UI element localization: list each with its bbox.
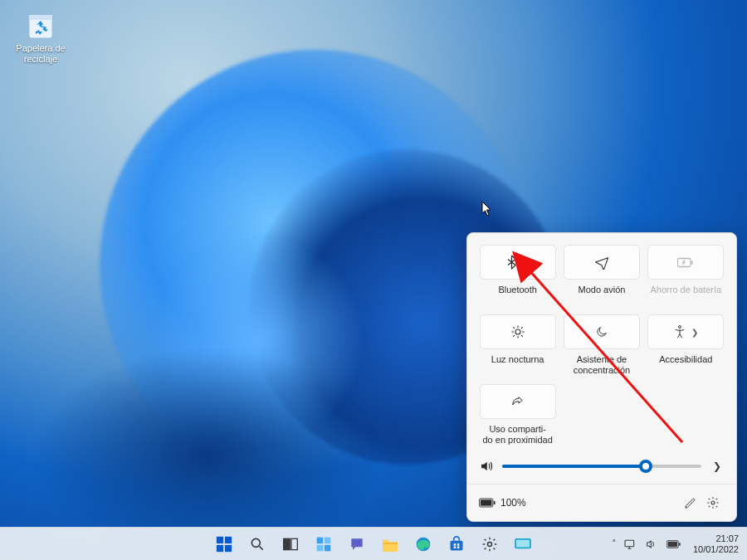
quick-tile-airplane: Modo avión <box>563 245 640 311</box>
taskbar-settings-button[interactable] <box>475 531 505 558</box>
svg-point-30 <box>488 542 492 546</box>
taskbar-explorer-button[interactable] <box>375 531 405 558</box>
network-icon <box>623 538 637 550</box>
clock-time: 21:07 <box>693 533 739 544</box>
taskbar-right: ˄ 21:07 10/01/2022 <box>612 533 747 554</box>
taskbar-clock[interactable]: 21:07 10/01/2022 <box>688 533 739 554</box>
quick-tile-bluetooth-label: Bluetooth <box>498 285 536 295</box>
widgets-icon <box>315 536 332 553</box>
quick-tile-night-light-label: Luz nocturna <box>491 354 544 365</box>
svg-rect-29 <box>457 546 460 548</box>
store-icon <box>448 536 465 553</box>
airplane-icon <box>594 255 609 270</box>
chevron-right-icon: ❯ <box>691 328 698 337</box>
svg-rect-14 <box>225 544 232 551</box>
quick-tile-nearby-share: Uso comparti- do en proximidad <box>479 384 556 450</box>
tray-overflow-chevron[interactable]: ˄ <box>612 538 617 549</box>
svg-rect-20 <box>317 544 324 551</box>
quick-tile-focus-assist-label: Asistente de concentración <box>564 354 640 375</box>
svg-rect-23 <box>383 543 398 544</box>
svg-rect-1 <box>29 15 52 20</box>
svg-rect-27 <box>457 543 460 546</box>
quick-tile-nearby-share-label: Uso comparti- do en proximidad <box>482 424 552 445</box>
open-settings-button[interactable] <box>701 491 725 514</box>
moon-icon <box>595 325 608 338</box>
quick-tile-accessibility-label: Accesibilidad <box>659 354 712 365</box>
settings-icon <box>481 536 498 553</box>
search-icon <box>249 536 266 553</box>
quick-tile-accessibility-button[interactable]: ❯ <box>647 314 724 349</box>
svg-rect-36 <box>668 541 677 547</box>
svg-rect-7 <box>494 501 496 505</box>
svg-rect-18 <box>317 537 324 543</box>
battery-status[interactable]: 100% <box>479 497 526 509</box>
volume-slider[interactable] <box>502 465 701 468</box>
quick-settings-grid: ❯BluetoothModo aviónAhorro de bateríaLuz… <box>479 245 725 450</box>
battery-tray-icon <box>666 539 681 549</box>
quick-tile-nearby-share-button[interactable] <box>480 384 556 419</box>
gear-icon <box>706 496 720 509</box>
taskbar-store-button[interactable] <box>442 531 471 558</box>
svg-rect-25 <box>451 540 463 550</box>
svg-point-9 <box>711 501 715 504</box>
taskbar-edge-button[interactable] <box>408 531 438 558</box>
quick-tile-airplane-label: Modo avión <box>579 285 626 295</box>
svg-rect-19 <box>325 537 331 543</box>
svg-point-4 <box>515 329 520 334</box>
volume-expand-chevron[interactable]: ❯ <box>710 457 725 475</box>
chevron-right-icon: ❯ <box>523 258 530 267</box>
taskbar: ˄ 21:07 10/01/2022 <box>0 527 747 560</box>
system-tray[interactable] <box>623 538 681 550</box>
brightness-icon <box>510 324 525 339</box>
accessibility-icon <box>673 324 686 339</box>
taskbar-app-button[interactable] <box>508 531 538 558</box>
quick-tile-night-light: Luz nocturna <box>479 314 556 381</box>
recycle-bin-icon <box>24 8 57 41</box>
svg-rect-13 <box>217 544 223 551</box>
quick-tile-bluetooth-button[interactable]: ❯ <box>480 245 556 280</box>
edge-icon <box>415 536 432 553</box>
share-icon <box>510 395 525 409</box>
taskbar-widgets-button[interactable] <box>309 531 339 558</box>
svg-rect-11 <box>217 536 223 543</box>
quick-tile-bluetooth: ❯Bluetooth <box>479 245 556 311</box>
svg-rect-26 <box>454 543 456 546</box>
desktop: Papelera de reciclaje ❯BluetoothModo avi… <box>0 0 747 560</box>
taskbar-chat-button[interactable] <box>342 531 372 558</box>
speaker-icon[interactable] <box>479 459 494 474</box>
quick-settings-panel: ❯BluetoothModo aviónAhorro de bateríaLuz… <box>466 232 737 522</box>
svg-rect-35 <box>679 542 681 545</box>
svg-rect-21 <box>325 544 331 551</box>
taskbar-taskview-button[interactable] <box>276 531 305 558</box>
svg-rect-32 <box>516 539 530 547</box>
quick-tile-focus-assist: Asistente de concentración <box>563 314 640 381</box>
svg-rect-8 <box>481 499 492 505</box>
svg-point-15 <box>251 538 260 547</box>
svg-rect-16 <box>284 538 290 549</box>
recycle-bin-label: Papelera de reciclaje <box>12 43 70 64</box>
quick-tile-night-light-button[interactable] <box>480 314 556 349</box>
svg-point-5 <box>679 326 681 329</box>
pencil-icon <box>684 497 696 509</box>
app-icon <box>514 538 532 551</box>
svg-rect-3 <box>691 261 693 265</box>
taskbar-search-button[interactable] <box>242 531 272 558</box>
bluetooth-icon <box>505 255 518 270</box>
taskbar-start-button[interactable] <box>209 531 239 558</box>
quick-tile-focus-assist-button[interactable] <box>564 314 640 349</box>
taskbar-center <box>209 531 538 558</box>
svg-rect-33 <box>625 540 634 546</box>
explorer-icon <box>381 537 399 552</box>
battery-icon <box>479 498 496 508</box>
battery-saver-icon <box>677 257 694 268</box>
quick-tile-airplane-button[interactable] <box>564 245 640 280</box>
svg-rect-28 <box>454 546 456 548</box>
speaker-tray-icon <box>645 538 658 550</box>
svg-rect-17 <box>291 538 298 549</box>
quick-tile-battery-saver-button <box>647 245 724 280</box>
quick-tile-battery-saver-label: Ahorro de batería <box>651 285 722 295</box>
edit-quick-settings-button[interactable] <box>678 491 701 514</box>
clock-date: 10/01/2022 <box>693 544 739 555</box>
recycle-bin[interactable]: Papelera de reciclaje <box>12 8 70 64</box>
svg-rect-12 <box>225 536 232 543</box>
